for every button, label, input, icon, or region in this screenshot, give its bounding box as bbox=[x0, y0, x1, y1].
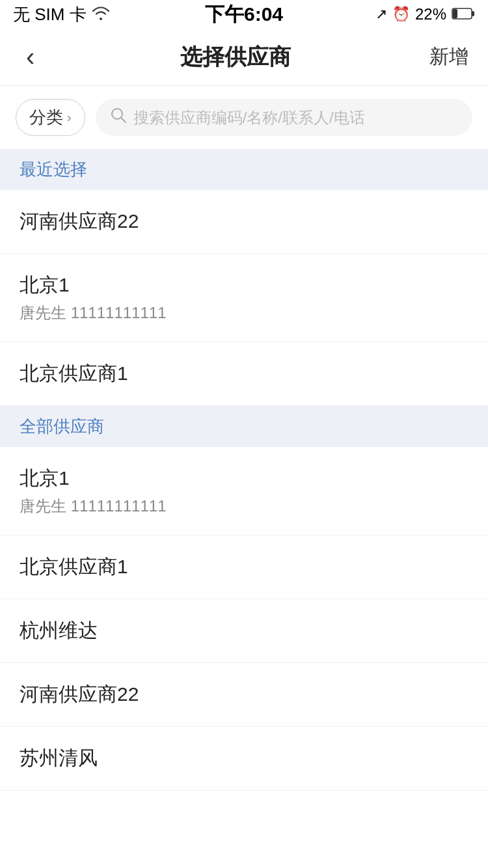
battery-icon bbox=[452, 5, 475, 23]
recent-list-item[interactable]: 河南供应商22 bbox=[0, 190, 488, 254]
search-icon bbox=[110, 107, 127, 128]
status-right: ↗ ⏰ 22% bbox=[375, 5, 475, 23]
wifi-icon bbox=[92, 5, 110, 25]
chevron-right-icon: › bbox=[67, 110, 72, 125]
battery-label: 22% bbox=[415, 5, 446, 23]
all-list-item[interactable]: 河南供应商22 bbox=[0, 663, 488, 727]
supplier-name: 北京供应商1 bbox=[20, 360, 468, 387]
location-icon: ↗ bbox=[375, 6, 387, 23]
svg-line-4 bbox=[121, 118, 126, 122]
supplier-contact: 唐先生 11111111111 bbox=[20, 496, 468, 517]
status-left: 无 SIM 卡 bbox=[13, 3, 110, 26]
alarm-icon: ⏰ bbox=[392, 6, 410, 23]
supplier-name: 北京供应商1 bbox=[20, 554, 468, 580]
carrier-label: 无 SIM 卡 bbox=[13, 3, 87, 26]
add-button[interactable]: 新增 bbox=[429, 44, 468, 70]
supplier-name: 北京1 bbox=[20, 465, 468, 492]
supplier-name: 苏州清风 bbox=[20, 745, 468, 772]
svg-rect-1 bbox=[453, 9, 457, 18]
status-bar: 无 SIM 卡 下午6:04 ↗ ⏰ 22% bbox=[0, 0, 488, 29]
supplier-name: 河南供应商22 bbox=[20, 208, 468, 235]
all-list-item[interactable]: 杭州维达 bbox=[0, 599, 488, 663]
navigation-bar: ‹ 选择供应商 新增 bbox=[0, 29, 488, 86]
supplier-name: 杭州维达 bbox=[20, 617, 468, 644]
supplier-name: 河南供应商22 bbox=[20, 681, 468, 708]
back-button[interactable]: ‹ bbox=[20, 36, 41, 78]
all-items-list: 北京1唐先生 11111111111北京供应商1杭州维达河南供应商22苏州清风 bbox=[0, 447, 488, 791]
recent-section-label: 最近选择 bbox=[20, 159, 87, 179]
filter-bar: 分类 › 搜索供应商编码/名称/联系人/电话 bbox=[0, 86, 488, 149]
all-section-label: 全部供应商 bbox=[20, 416, 104, 436]
supplier-name: 北京1 bbox=[20, 272, 468, 299]
recent-items-list: 河南供应商22北京1唐先生 11111111111北京供应商1 bbox=[0, 190, 488, 406]
svg-rect-2 bbox=[472, 11, 474, 16]
category-label: 分类 bbox=[29, 106, 63, 129]
time-display: 下午6:04 bbox=[205, 1, 283, 28]
all-list-item[interactable]: 北京1唐先生 11111111111 bbox=[0, 447, 488, 536]
all-list-item[interactable]: 北京供应商1 bbox=[0, 536, 488, 599]
all-list-item[interactable]: 苏州清风 bbox=[0, 727, 488, 791]
recent-list-item[interactable]: 北京1唐先生 11111111111 bbox=[0, 254, 488, 342]
search-placeholder: 搜索供应商编码/名称/联系人/电话 bbox=[133, 107, 365, 128]
supplier-contact: 唐先生 11111111111 bbox=[20, 303, 468, 323]
category-button[interactable]: 分类 › bbox=[16, 99, 85, 136]
all-section-header: 全部供应商 bbox=[0, 406, 488, 447]
page-title: 选择供应商 bbox=[180, 42, 291, 72]
recent-list-item[interactable]: 北京供应商1 bbox=[0, 342, 488, 406]
recent-section-header: 最近选择 bbox=[0, 149, 488, 190]
search-box[interactable]: 搜索供应商编码/名称/联系人/电话 bbox=[96, 99, 472, 136]
